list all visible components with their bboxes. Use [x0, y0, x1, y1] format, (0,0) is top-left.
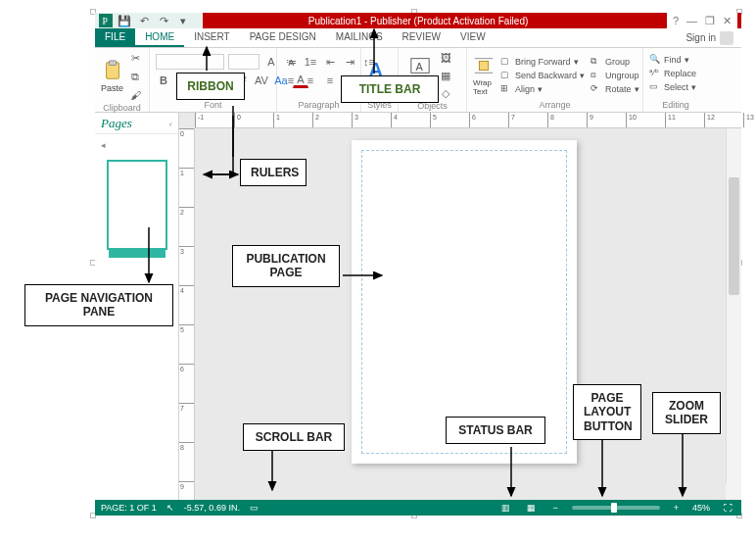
- cut-icon[interactable]: ✂: [127, 50, 143, 66]
- align-center-icon[interactable]: ≡: [303, 73, 318, 88]
- callout-rulers: RULERS: [240, 159, 307, 186]
- vertical-ruler[interactable]: 0123456789: [179, 128, 195, 500]
- copy-icon[interactable]: ⧉: [127, 69, 143, 84]
- ruler-tick: 0: [234, 113, 273, 127]
- publisher-logo-icon: P: [99, 14, 113, 27]
- user-icon: [720, 31, 733, 45]
- svg-text:A: A: [415, 61, 423, 73]
- ruler-tick: 5: [179, 324, 194, 364]
- publication-page[interactable]: [352, 140, 577, 464]
- ruler-tick: 1: [179, 168, 194, 207]
- wrap-text-icon: [473, 55, 495, 76]
- shapes-icon[interactable]: ◇: [438, 85, 453, 101]
- save-icon[interactable]: 💾: [117, 14, 132, 27]
- group-arrange: Wrap Text ▢Bring Forward▾ ▢Send Backward…: [467, 48, 643, 112]
- send-backward-button[interactable]: ▢Send Backward▾: [500, 70, 585, 81]
- textbox-icon: A: [409, 55, 431, 76]
- ruler-tick: 10: [626, 113, 665, 127]
- callout-titlebar: TITLE BAR: [341, 75, 439, 103]
- table-icon[interactable]: ▦: [438, 68, 453, 83]
- align-right-icon[interactable]: ≡: [322, 73, 338, 88]
- wrap-text-button[interactable]: Wrap Text: [473, 52, 495, 99]
- ruler-tick: 6: [469, 113, 508, 127]
- select-button[interactable]: ▭Select▾: [649, 81, 696, 93]
- ruler-tick: 2: [179, 207, 194, 246]
- group-label-font: Font: [156, 100, 270, 112]
- paste-button[interactable]: Paste: [101, 53, 123, 100]
- find-button[interactable]: 🔍Find▾: [649, 54, 689, 66]
- ruler-tick: 5: [430, 113, 469, 127]
- char-spacing-icon[interactable]: AV: [254, 73, 269, 88]
- single-page-view-button[interactable]: ▥: [497, 502, 513, 514]
- dec-indent-icon[interactable]: ⇤: [322, 54, 338, 70]
- pages-pane-header: Pages ‹: [95, 113, 178, 134]
- zoom-out-button[interactable]: −: [548, 503, 561, 513]
- horizontal-ruler[interactable]: -1012345678910111213: [195, 113, 741, 128]
- bring-forward-button[interactable]: ▢Bring Forward▾: [500, 56, 585, 68]
- fit-page-button[interactable]: ⛶: [720, 502, 735, 514]
- format-painter-icon[interactable]: 🖌: [127, 87, 143, 103]
- restore-button[interactable]: ❐: [705, 15, 715, 27]
- undo-icon[interactable]: ↶: [136, 14, 152, 27]
- ruler-tick: 12: [704, 113, 743, 127]
- svg-rect-3: [109, 61, 116, 66]
- callout-nav-pane: PAGE NAVIGATION PANE: [24, 284, 173, 326]
- align-button[interactable]: ⊞Align▾: [500, 83, 585, 95]
- ungroup-button[interactable]: ⧈Ungroup: [591, 70, 639, 81]
- ungroup-icon: ⧈: [591, 70, 602, 81]
- group-label-editing: Editing: [649, 100, 702, 112]
- group-clipboard: Paste ✂ ⧉ 🖌 Clipboard: [95, 48, 150, 112]
- callout-zoom-slider: ZOOM SLIDER: [652, 392, 721, 434]
- scroll-corner: [726, 484, 741, 500]
- rotate-button[interactable]: ⟳Rotate▾: [591, 83, 639, 95]
- svg-rect-6: [479, 61, 488, 70]
- bold-icon[interactable]: B: [156, 73, 171, 88]
- collapse-pane-icon[interactable]: ‹: [169, 118, 172, 128]
- pointer-icon: ↖: [166, 503, 174, 513]
- scrollbar-thumb[interactable]: [729, 177, 739, 295]
- title-bar: P 💾 ↶ ↷ ▾ Publication1 - Publisher (Prod…: [95, 13, 741, 28]
- find-icon: 🔍: [649, 54, 661, 66]
- zoom-percentage[interactable]: 45%: [692, 503, 710, 513]
- tab-view[interactable]: VIEW: [450, 28, 496, 47]
- help-button[interactable]: ?: [673, 15, 679, 26]
- tab-home[interactable]: HOME: [135, 28, 184, 47]
- ruler-tick: -1: [195, 113, 234, 127]
- tab-insert[interactable]: INSERT: [184, 28, 240, 47]
- sign-in-link[interactable]: Sign in: [678, 28, 741, 47]
- group-button[interactable]: ⧉Group: [591, 56, 639, 68]
- ruler-tick: 4: [179, 285, 194, 324]
- ruler-tick: 0: [179, 128, 194, 168]
- close-button[interactable]: ✕: [723, 15, 732, 27]
- zoom-in-button[interactable]: +: [670, 503, 683, 513]
- pictures-icon[interactable]: 🖼: [438, 50, 453, 66]
- ruler-tick: 8: [179, 442, 194, 481]
- font-combo[interactable]: [156, 54, 224, 70]
- align-left-icon[interactable]: ≡: [283, 73, 299, 88]
- tab-page-design[interactable]: PAGE DESIGN: [240, 28, 326, 47]
- ruler-tick: 11: [665, 113, 704, 127]
- tab-mailings[interactable]: MAILINGS: [326, 28, 393, 47]
- font-size-combo[interactable]: [228, 54, 260, 70]
- redo-icon[interactable]: ↷: [156, 14, 171, 27]
- vertical-scrollbar[interactable]: [726, 128, 741, 484]
- tab-review[interactable]: REVIEW: [393, 28, 450, 47]
- zoom-slider-knob[interactable]: [611, 503, 617, 513]
- paste-label: Paste: [101, 83, 123, 93]
- bring-forward-icon: ▢: [500, 56, 512, 68]
- numbering-icon[interactable]: 1≡: [303, 54, 318, 70]
- minimize-button[interactable]: —: [686, 15, 697, 26]
- page-info[interactable]: PAGE: 1 OF 1: [101, 503, 157, 513]
- qat-more-icon[interactable]: ▾: [175, 14, 191, 27]
- ruler-tick: 7: [179, 403, 194, 442]
- zoom-slider[interactable]: [572, 506, 660, 510]
- callout-statusbar: STATUS BAR: [446, 417, 545, 444]
- bullets-icon[interactable]: ≔: [283, 54, 299, 70]
- replace-button[interactable]: ᵃ⁄ᵇReplace: [649, 68, 696, 79]
- page-thumbnail[interactable]: 1: [107, 160, 167, 250]
- tab-file[interactable]: FILE: [95, 28, 135, 47]
- two-page-view-button[interactable]: ▦: [523, 502, 539, 514]
- expand-icon[interactable]: ◂: [95, 140, 106, 150]
- sign-in-label: Sign in: [685, 32, 716, 43]
- inc-indent-icon[interactable]: ⇥: [342, 54, 357, 70]
